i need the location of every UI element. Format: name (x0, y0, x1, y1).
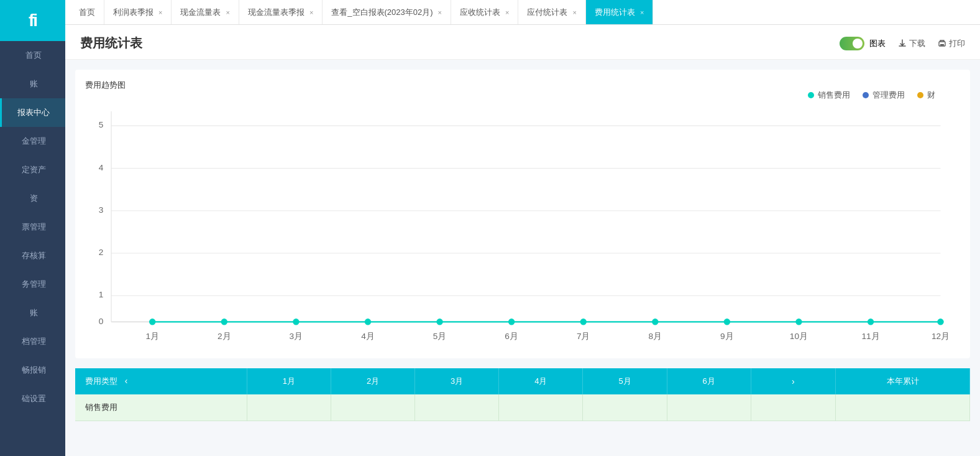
svg-point-17 (293, 319, 300, 325)
svg-text:5: 5 (99, 120, 104, 129)
svg-point-16 (221, 319, 228, 325)
download-button[interactable]: 下载 (898, 38, 925, 49)
svg-point-18 (365, 319, 372, 325)
row-type: 销售费用 (75, 394, 247, 421)
chart-wrapper: 5 4 3 2 1 0 (85, 98, 960, 348)
print-button[interactable]: 打印 (938, 38, 965, 49)
svg-point-22 (652, 319, 659, 325)
col-header-apr: 4月 (499, 368, 583, 394)
svg-text:8月: 8月 (649, 332, 662, 341)
row-mar (415, 394, 499, 421)
col-header-may: 5月 (583, 368, 667, 394)
svg-text:2月: 2月 (218, 332, 231, 341)
svg-text:1月: 1月 (145, 332, 159, 341)
sidebar-item-invoice[interactable]: 票管理 (0, 213, 65, 241)
svg-text:4: 4 (99, 163, 104, 172)
svg-point-21 (580, 319, 587, 325)
tab-close-cashflow-quarterly[interactable]: × (309, 9, 313, 16)
svg-point-19 (436, 319, 443, 325)
row-apr (499, 394, 583, 421)
chart-section: 费用趋势图 销售费用 管理费用 财 (75, 70, 970, 358)
download-icon (898, 39, 907, 48)
svg-point-23 (724, 319, 731, 325)
svg-text:12月: 12月 (932, 332, 950, 341)
row-jan (247, 394, 331, 421)
tab-close-blank-report[interactable]: × (438, 9, 442, 16)
tab-bar: 首页 利润表季报 × 现金流量表 × 现金流量表季报 × 查看_空白报表(202… (65, 0, 980, 25)
legend-dot-admin (863, 92, 869, 98)
tab-close-expense-stats[interactable]: × (640, 9, 644, 16)
svg-point-25 (868, 319, 874, 325)
svg-point-24 (795, 319, 802, 325)
sidebar-item-expense[interactable]: 畅报销 (0, 356, 65, 384)
col-header-ytd: 本年累计 (836, 368, 970, 394)
tab-home[interactable]: 首页 (70, 0, 104, 25)
tab-expense-stats[interactable]: 费用统计表 × (586, 0, 653, 25)
col-header-feb: 2月 (331, 368, 414, 394)
tab-receivable[interactable]: 应收统计表 × (451, 0, 518, 25)
col-header-mar: 3月 (415, 368, 499, 394)
svg-text:3月: 3月 (290, 332, 303, 341)
tab-close-profit-quarterly[interactable]: × (158, 9, 162, 16)
legend-dot-sales (808, 92, 814, 98)
sidebar-item-settings[interactable]: 础设置 (0, 384, 65, 413)
sidebar-item-inventory[interactable]: 存核算 (0, 241, 65, 270)
print-icon (938, 39, 946, 48)
page-header: 费用统计表 图表 下载 (65, 25, 980, 60)
svg-point-15 (149, 319, 156, 325)
row-may (583, 394, 667, 421)
svg-text:4月: 4月 (361, 332, 375, 341)
sidebar-item-resource[interactable]: 资 (0, 184, 65, 213)
svg-rect-1 (940, 44, 944, 45)
chart-toggle-group: 图表 (840, 37, 886, 50)
chart-toggle[interactable] (840, 37, 864, 50)
chart-toggle-label: 图表 (869, 38, 886, 49)
svg-text:5月: 5月 (433, 332, 447, 341)
header-actions: 图表 下载 打印 (840, 37, 965, 50)
svg-text:9月: 9月 (720, 332, 734, 341)
tab-close-receivable[interactable]: × (505, 9, 509, 16)
sidebar-item-account2[interactable]: 账 (0, 299, 65, 327)
col-header-jan: 1月 (247, 368, 331, 394)
row-jun (667, 394, 751, 421)
logo: fi (0, 0, 65, 41)
sidebar-item-ledger[interactable]: 账 (0, 70, 65, 98)
sidebar-item-assets[interactable]: 定资产 (0, 156, 65, 184)
svg-point-20 (508, 319, 515, 325)
tab-profit-quarterly[interactable]: 利润表季报 × (104, 0, 172, 25)
row-feb (331, 394, 414, 421)
nav-prev-arrow[interactable]: ‹ (120, 376, 133, 386)
sidebar-item-finance[interactable]: 金管理 (0, 127, 65, 156)
tab-close-cashflow[interactable]: × (226, 9, 229, 16)
nav-next-col[interactable]: › (751, 368, 835, 394)
sidebar-item-home[interactable]: 首页 (0, 41, 65, 70)
svg-text:11月: 11月 (861, 332, 879, 341)
tab-cashflow[interactable]: 现金流量表 × (172, 0, 239, 25)
legend-dot-finance (917, 92, 923, 98)
svg-text:3: 3 (99, 205, 104, 215)
svg-text:2: 2 (99, 248, 104, 257)
main-area: 首页 利润表季报 × 现金流量表 × 现金流量表季报 × 查看_空白报表(202… (65, 0, 980, 456)
svg-text:0: 0 (99, 317, 104, 326)
svg-text:6月: 6月 (505, 332, 518, 341)
tab-blank-report[interactable]: 查看_空白报表(2023年02月) × (323, 0, 451, 25)
svg-text:10月: 10月 (790, 332, 808, 341)
sidebar: fi 首页 账 报表中心 金管理 定资产 资 票管理 存核算 务管理 账 档管理… (0, 0, 65, 456)
tab-payable[interactable]: 应付统计表 × (518, 0, 585, 25)
content-area: 费用统计表 图表 下载 (65, 25, 980, 456)
row-next (751, 394, 835, 421)
tab-close-payable[interactable]: × (572, 9, 576, 16)
table-section: 费用类型 ‹ 1月 2月 3月 4月 5月 6月 › 本年累计 (75, 368, 970, 421)
row-ytd (836, 394, 970, 421)
page-title: 费用统计表 (80, 35, 142, 52)
svg-text:1: 1 (99, 290, 104, 299)
tab-cashflow-quarterly[interactable]: 现金流量表季报 × (239, 0, 323, 25)
svg-point-26 (937, 319, 944, 325)
sidebar-item-reports[interactable]: 报表中心 (0, 98, 65, 127)
sidebar-item-archive[interactable]: 档管理 (0, 327, 65, 356)
sidebar-item-service[interactable]: 务管理 (0, 270, 65, 299)
col-header-type: 费用类型 ‹ (75, 368, 247, 394)
nav-next-arrow[interactable]: › (787, 376, 800, 386)
data-table: 费用类型 ‹ 1月 2月 3月 4月 5月 6月 › 本年累计 (75, 368, 970, 421)
table-row: 销售费用 (75, 394, 970, 421)
